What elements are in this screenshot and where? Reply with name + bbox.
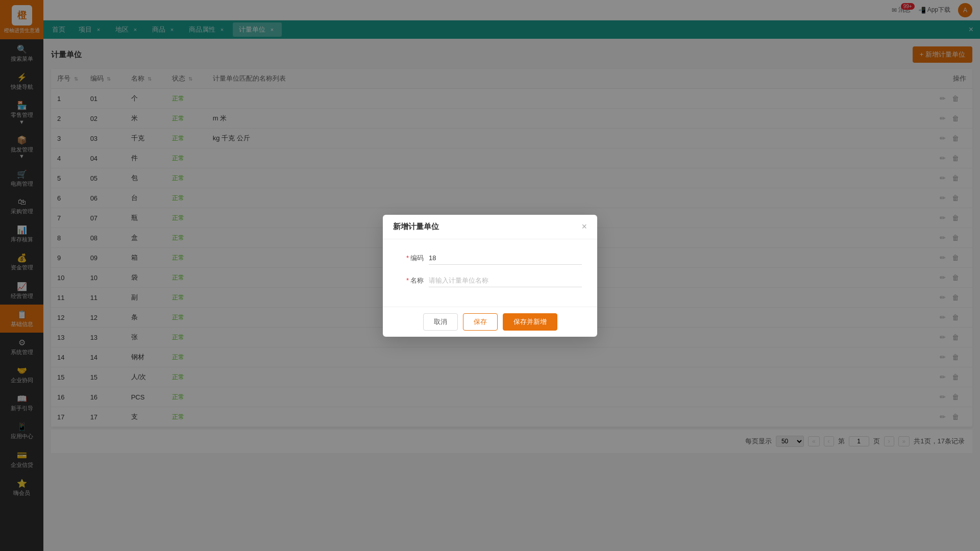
code-field-label: *编码 — [398, 254, 424, 263]
modal-title: 新增计量单位 — [393, 222, 439, 232]
form-row-code: *编码 — [398, 252, 582, 265]
form-row-name: *名称 — [398, 274, 582, 287]
modal-header: 新增计量单位 × — [383, 215, 597, 239]
name-input[interactable] — [429, 274, 582, 287]
add-unit-modal: 新增计量单位 × *编码 *名称 取消 保存 — [383, 215, 597, 337]
modal-body: *编码 *名称 — [383, 239, 597, 307]
name-field-label: *名称 — [398, 276, 424, 285]
cancel-button[interactable]: 取消 — [423, 313, 458, 331]
name-required-mark: * — [406, 277, 409, 284]
save-button[interactable]: 保存 — [463, 313, 498, 331]
modal-overlay[interactable]: 新增计量单位 × *编码 *名称 取消 保存 — [0, 0, 980, 551]
code-input[interactable] — [429, 252, 582, 265]
modal-close-button[interactable]: × — [581, 222, 587, 231]
code-required-mark: * — [406, 254, 409, 262]
save-and-new-button[interactable]: 保存并新增 — [503, 313, 557, 331]
modal-footer: 取消 保存 保存并新增 — [383, 307, 597, 337]
